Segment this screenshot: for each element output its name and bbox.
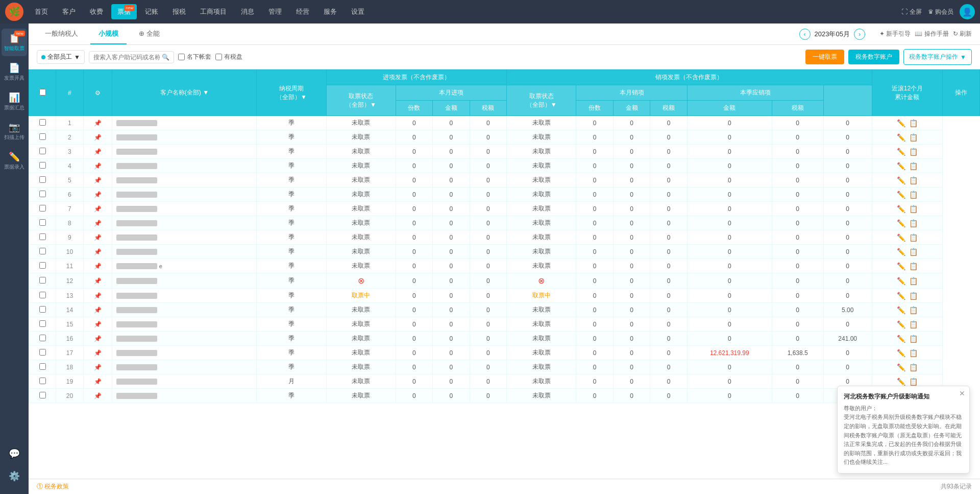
row-checkbox[interactable] bbox=[39, 219, 46, 226]
digital-account-btn[interactable]: 税务数字账户 bbox=[848, 50, 899, 64]
sidebar-item-config[interactable]: ⚙️ bbox=[2, 466, 27, 487]
copy-icon[interactable]: 📋 bbox=[909, 349, 918, 357]
sidebar-item-smart-invoice[interactable]: 📋 智能取票 new bbox=[2, 29, 27, 56]
row-checkbox[interactable] bbox=[39, 148, 46, 154]
nav-service[interactable]: 服务 bbox=[317, 4, 343, 19]
sidebar-item-summary[interactable]: 📊 票据汇总 bbox=[2, 88, 27, 115]
edit-icon[interactable]: ✏️ bbox=[897, 148, 905, 156]
one-click-fetch-btn[interactable]: 一键取票 bbox=[805, 50, 844, 64]
copy-icon[interactable]: 📋 bbox=[909, 248, 918, 256]
copy-icon[interactable]: 📋 bbox=[909, 148, 918, 156]
row-checkbox[interactable] bbox=[39, 292, 46, 298]
row-checkbox[interactable] bbox=[39, 205, 46, 211]
row-checkbox[interactable] bbox=[39, 176, 46, 183]
period-next[interactable]: › bbox=[854, 29, 865, 40]
edit-icon[interactable]: ✏️ bbox=[897, 306, 905, 314]
edit-icon[interactable]: ✏️ bbox=[897, 219, 905, 227]
edit-icon[interactable]: ✏️ bbox=[897, 133, 905, 142]
copy-icon[interactable]: 📋 bbox=[909, 119, 918, 127]
cell-checkbox[interactable] bbox=[29, 130, 56, 145]
th-out-status[interactable]: 取票状态（全部）▼ bbox=[507, 85, 576, 116]
edit-icon[interactable]: ✏️ bbox=[897, 378, 905, 386]
sub-ledger-checkbox[interactable] bbox=[178, 54, 185, 60]
th-in-status[interactable]: 取票状态（全部）▼ bbox=[326, 85, 396, 116]
edit-icon[interactable]: ✏️ bbox=[897, 349, 905, 357]
digital-ops-btn[interactable]: 税务数字账户操作 ▼ bbox=[903, 49, 972, 65]
edit-icon[interactable]: ✏️ bbox=[897, 277, 905, 285]
cell-checkbox[interactable] bbox=[29, 374, 56, 389]
row-checkbox[interactable] bbox=[39, 363, 46, 370]
nav-business[interactable]: 工商项目 bbox=[194, 4, 233, 19]
nav-customer[interactable]: 客户 bbox=[56, 4, 82, 19]
th-checkbox[interactable] bbox=[29, 70, 56, 116]
nav-operation[interactable]: 经营 bbox=[290, 4, 315, 19]
edit-icon[interactable]: ✏️ bbox=[897, 191, 905, 199]
fullscreen-btn[interactable]: ⛶ 全屏 bbox=[901, 8, 921, 16]
copy-icon[interactable]: 📋 bbox=[909, 233, 918, 242]
sub-ledger-check[interactable]: 名下帐套 bbox=[178, 53, 211, 61]
nav-accounting[interactable]: 记账 bbox=[139, 4, 164, 19]
cell-checkbox[interactable] bbox=[29, 259, 56, 273]
edit-icon[interactable]: ✏️ bbox=[897, 248, 905, 256]
sidebar-item-scan[interactable]: 📷 扫描上传 bbox=[2, 117, 27, 145]
tax-policy-link[interactable]: ① 税务政策 bbox=[37, 482, 69, 491]
avatar[interactable]: 👤 bbox=[960, 4, 975, 19]
nav-manage[interactable]: 管理 bbox=[262, 4, 288, 19]
vip-btn[interactable]: ♛ 购会员 bbox=[928, 8, 953, 16]
copy-icon[interactable]: 📋 bbox=[909, 378, 918, 386]
sidebar-item-chat[interactable]: 💬 bbox=[2, 444, 27, 464]
nav-settings[interactable]: 设置 bbox=[345, 4, 371, 19]
nav-home[interactable]: 首页 bbox=[29, 4, 54, 19]
row-checkbox[interactable] bbox=[39, 392, 46, 398]
edit-icon[interactable]: ✏️ bbox=[897, 320, 905, 328]
nav-billing[interactable]: 收费 bbox=[84, 4, 109, 19]
row-checkbox[interactable] bbox=[39, 133, 46, 140]
search-input[interactable] bbox=[93, 54, 160, 61]
helper-manual[interactable]: 📖 操作手册 bbox=[915, 30, 948, 38]
row-checkbox[interactable] bbox=[39, 306, 46, 313]
cell-checkbox[interactable] bbox=[29, 389, 56, 403]
cell-checkbox[interactable] bbox=[29, 245, 56, 259]
copy-icon[interactable]: 📋 bbox=[909, 277, 918, 285]
edit-icon[interactable]: ✏️ bbox=[897, 119, 905, 127]
edit-icon[interactable]: ✏️ bbox=[897, 176, 905, 184]
tab-small-scale[interactable]: 小规模 bbox=[90, 24, 127, 44]
row-checkbox[interactable] bbox=[39, 119, 46, 126]
search-icon[interactable]: 🔍 bbox=[162, 54, 169, 61]
th-settings[interactable]: ⚙ bbox=[83, 70, 112, 116]
employee-selector[interactable]: 全部员工 ▼ bbox=[37, 50, 85, 64]
nav-message[interactable]: 消息 bbox=[235, 4, 260, 19]
cell-checkbox[interactable] bbox=[29, 346, 56, 360]
copy-icon[interactable]: 📋 bbox=[909, 335, 918, 343]
sidebar-item-entry[interactable]: ✏️ 票据录入 bbox=[2, 147, 27, 175]
row-checkbox[interactable] bbox=[39, 349, 46, 356]
edit-icon[interactable]: ✏️ bbox=[897, 292, 905, 300]
cell-checkbox[interactable] bbox=[29, 116, 56, 130]
copy-icon[interactable]: 📋 bbox=[909, 191, 918, 199]
row-checkbox[interactable] bbox=[39, 248, 46, 254]
edit-icon[interactable]: ✏️ bbox=[897, 233, 905, 242]
copy-icon[interactable]: 📋 bbox=[909, 262, 918, 270]
row-checkbox[interactable] bbox=[39, 233, 46, 240]
row-checkbox[interactable] bbox=[39, 191, 46, 197]
cell-checkbox[interactable] bbox=[29, 303, 56, 317]
row-checkbox[interactable] bbox=[39, 262, 46, 269]
row-checkbox[interactable] bbox=[39, 378, 46, 384]
copy-icon[interactable]: 📋 bbox=[909, 133, 918, 142]
has-tax-checkbox[interactable] bbox=[215, 54, 222, 60]
row-checkbox[interactable] bbox=[39, 277, 46, 284]
edit-icon[interactable]: ✏️ bbox=[897, 205, 905, 213]
copy-icon[interactable]: 📋 bbox=[909, 292, 918, 300]
th-tax-period[interactable]: 纳税周期（全部）▼ bbox=[257, 70, 326, 116]
cell-checkbox[interactable] bbox=[29, 230, 56, 245]
copy-icon[interactable]: 📋 bbox=[909, 205, 918, 213]
edit-icon[interactable]: ✏️ bbox=[897, 262, 905, 270]
nav-tax[interactable]: 报税 bbox=[166, 4, 192, 19]
cell-checkbox[interactable] bbox=[29, 202, 56, 216]
cell-checkbox[interactable] bbox=[29, 187, 56, 202]
cell-checkbox[interactable] bbox=[29, 273, 56, 289]
popup-close-btn[interactable]: ✕ bbox=[959, 389, 965, 397]
tab-general-taxpayer[interactable]: 一般纳税人 bbox=[37, 24, 86, 44]
copy-icon[interactable]: 📋 bbox=[909, 306, 918, 314]
sidebar-item-open-invoice[interactable]: 📄 发票开具 bbox=[2, 58, 27, 86]
